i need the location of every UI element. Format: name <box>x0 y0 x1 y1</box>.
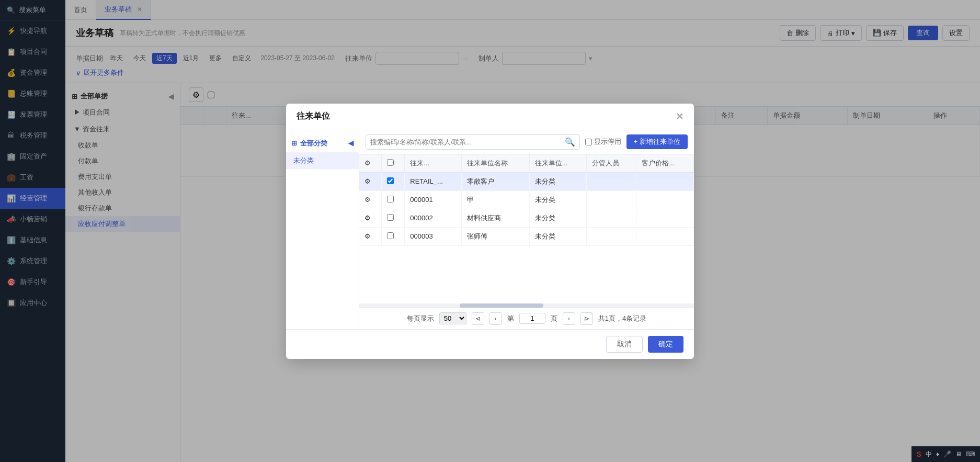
row-price <box>636 190 694 209</box>
prev-page-button[interactable]: ‹ <box>489 312 502 325</box>
row-price <box>636 227 694 245</box>
modal-scrollbar[interactable] <box>359 303 694 308</box>
modal-toolbar: 🔍 显示停用 + 新增往来单位 <box>359 130 694 154</box>
row-manager <box>587 190 636 209</box>
modal-search-input[interactable] <box>370 138 562 146</box>
modal-scrollbar-thumb <box>460 303 543 308</box>
modal-col-category[interactable]: 往来单位... <box>529 154 586 173</box>
modal-col-code[interactable]: 往来... <box>405 154 462 173</box>
row-manager <box>587 172 636 190</box>
per-page-label: 每页显示 <box>407 314 434 323</box>
modal-search-box[interactable]: 🔍 <box>366 134 580 150</box>
confirm-button[interactable]: 确定 <box>648 336 683 353</box>
cancel-button[interactable]: 取消 <box>606 336 643 353</box>
modal-title: 往来单位 <box>297 111 330 122</box>
modal-col-price[interactable]: 客户价格... <box>636 154 694 173</box>
modal-table-row[interactable]: ⚙ 000003 张师傅 未分类 <box>359 227 694 245</box>
partner-modal: 往来单位 ✕ ⊞ 全部分类 ◀ 未分类 🔍 显示停用 <box>286 104 694 359</box>
modal-actions: 取消 确定 <box>286 329 694 359</box>
show-disabled-label: 显示停用 <box>594 137 621 147</box>
modal-close-button[interactable]: ✕ <box>676 111 683 122</box>
row-name: 零散客户 <box>462 172 529 190</box>
row-manager <box>587 209 636 227</box>
modal-all-category[interactable]: ⊞ 全部分类 ◀ <box>286 134 359 152</box>
modal-col-check <box>381 154 404 173</box>
first-page-button[interactable]: ⊲ <box>472 312 484 325</box>
row-manager <box>587 227 636 245</box>
modal-table-row[interactable]: ⚙ 000002 材料供应商 未分类 <box>359 209 694 227</box>
row-settings-icon: ⚙ <box>359 227 381 245</box>
modal-table-row[interactable]: ⚙ RETAIL_... 零散客户 未分类 <box>359 172 694 190</box>
row-checkbox[interactable] <box>381 190 404 209</box>
last-page-button[interactable]: ⊳ <box>580 312 593 325</box>
search-icon: 🔍 <box>565 137 575 147</box>
row-price <box>636 209 694 227</box>
total-records: 共1页，4条记录 <box>598 314 646 323</box>
modal-sidebar: ⊞ 全部分类 ◀ 未分类 <box>286 130 359 329</box>
modal-sidebar-unclassified[interactable]: 未分类 <box>286 152 359 169</box>
collapse-icon: ◀ <box>348 139 354 147</box>
row-name: 材料供应商 <box>462 209 529 227</box>
row-category: 未分类 <box>529 172 586 190</box>
row-settings-icon: ⚙ <box>359 172 381 190</box>
modal-col-settings: ⚙ <box>359 154 381 173</box>
row-checkbox[interactable] <box>381 227 404 245</box>
row-settings-icon: ⚙ <box>359 209 381 227</box>
modal-main: 🔍 显示停用 + 新增往来单位 ⚙ 往来... 往来单位名称 <box>359 130 694 329</box>
modal-table: ⚙ 往来... 往来单位名称 往来单位... 分管人员 客户价格... ⚙ RE… <box>359 154 694 303</box>
row-code: 000003 <box>405 227 462 245</box>
row-price <box>636 172 694 190</box>
row-category: 未分类 <box>529 209 586 227</box>
row-code: RETAIL_... <box>405 172 462 190</box>
row-settings-icon: ⚙ <box>359 190 381 209</box>
show-disabled-checkbox[interactable] <box>585 139 592 145</box>
modal-col-manager[interactable]: 分管人员 <box>587 154 636 173</box>
modal-select-all[interactable] <box>387 159 394 166</box>
row-name: 张师傅 <box>462 227 529 245</box>
modal-col-name[interactable]: 往来单位名称 <box>462 154 529 173</box>
modal-pagination: 每页显示 50 100 ⊲ ‹ 第 页 › ⊳ 共1页，4条记录 <box>359 308 694 329</box>
row-checkbox[interactable] <box>381 209 404 227</box>
show-disabled-container: 显示停用 <box>585 137 621 147</box>
row-name: 甲 <box>462 190 529 209</box>
add-new-partner-button[interactable]: + 新增往来单位 <box>626 134 688 149</box>
row-checkbox[interactable] <box>381 172 404 190</box>
row-category: 未分类 <box>529 190 586 209</box>
row-code: 000001 <box>405 190 462 209</box>
page-label-second: 页 <box>551 314 557 323</box>
row-code: 000002 <box>405 209 462 227</box>
modal-header: 往来单位 ✕ <box>286 104 694 130</box>
row-category: 未分类 <box>529 227 586 245</box>
page-number-input[interactable] <box>519 313 545 324</box>
per-page-select[interactable]: 50 100 <box>439 312 466 324</box>
grid-icon: ⊞ <box>291 139 297 147</box>
modal-table-row[interactable]: ⚙ 000001 甲 未分类 <box>359 190 694 209</box>
modal-body: ⊞ 全部分类 ◀ 未分类 🔍 显示停用 + 新增往来单位 <box>286 130 694 329</box>
next-page-button[interactable]: › <box>563 312 575 325</box>
page-label-first: 第 <box>507 314 514 323</box>
